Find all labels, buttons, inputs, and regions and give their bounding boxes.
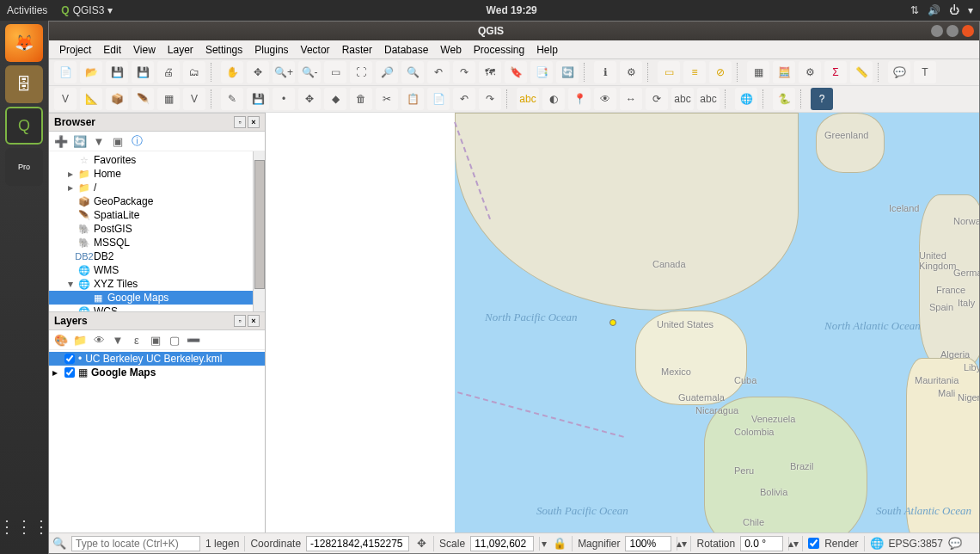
zoom-next-button[interactable]: ↷ xyxy=(453,61,475,83)
browser-item-db2[interactable]: DB2DB2 xyxy=(49,249,265,263)
new-spatialite-button[interactable]: 🪶 xyxy=(132,88,154,110)
locator-input[interactable] xyxy=(71,536,200,551)
expand-icon[interactable]: ▾ xyxy=(66,278,75,290)
browser-item-postgis[interactable]: 🐘PostGIS xyxy=(49,222,265,236)
attribute-table-button[interactable]: ▦ xyxy=(747,61,769,83)
launcher-qgis[interactable]: Q xyxy=(5,107,43,145)
scrollbar-thumb[interactable] xyxy=(254,160,265,289)
menu-layer[interactable]: Layer xyxy=(162,42,199,58)
rotation-stepper[interactable]: ▴▾ xyxy=(788,537,797,551)
save-project-button[interactable]: 💾 xyxy=(106,61,128,83)
window-titlebar[interactable]: QGIS xyxy=(49,22,979,40)
layers-panel-title[interactable]: Layers ▫ × xyxy=(49,311,265,330)
browser-panel-title[interactable]: Browser ▫ × xyxy=(49,113,265,132)
panel-undock-button[interactable]: ▫ xyxy=(234,116,246,128)
browser-item-mssql[interactable]: 🐘MSSQL xyxy=(49,236,265,249)
layer-visibility-checkbox[interactable] xyxy=(64,367,75,378)
render-checkbox[interactable] xyxy=(808,538,819,549)
add-layer-icon[interactable]: ➕ xyxy=(54,134,68,148)
browser-item-geopackage[interactable]: 📦GeoPackage xyxy=(49,194,265,208)
pan-map-button[interactable]: ✋ xyxy=(221,61,243,83)
delete-selected-button[interactable]: 🗑 xyxy=(350,88,372,110)
node-tool-button[interactable]: ◆ xyxy=(324,88,346,110)
layer-style-icon[interactable]: 🎨 xyxy=(54,333,68,347)
open-project-button[interactable]: 📂 xyxy=(80,61,102,83)
python-console-button[interactable]: 🐍 xyxy=(773,88,795,110)
select-features-button[interactable]: ▭ xyxy=(658,61,680,83)
coordinate-toggle-icon[interactable]: ✥ xyxy=(414,537,428,551)
add-feature-button[interactable]: • xyxy=(273,88,295,110)
redo-button[interactable]: ↷ xyxy=(479,88,501,110)
browser-item-xyz-tiles[interactable]: ▾🌐XYZ Tiles xyxy=(49,277,265,291)
label-props-button[interactable]: abc xyxy=(697,88,720,110)
metasearch-button[interactable]: 🌐 xyxy=(735,88,757,110)
launcher-files[interactable]: 🗄 xyxy=(5,65,43,103)
scale-input[interactable] xyxy=(470,536,534,551)
menu-database[interactable]: Database xyxy=(379,42,433,58)
coordinate-input[interactable] xyxy=(306,536,409,551)
browser-scrollbar[interactable] xyxy=(253,151,265,311)
help-button[interactable]: ? xyxy=(811,88,833,110)
crs-label[interactable]: EPSG:3857 xyxy=(889,538,943,550)
zoom-selection-button[interactable]: 🔎 xyxy=(376,61,398,83)
expand-icon[interactable]: ▸ xyxy=(66,168,75,180)
zoom-full-button[interactable]: ⛶ xyxy=(350,61,372,83)
app-menu[interactable]: Q QGIS3 ▾ xyxy=(61,4,113,16)
map-canvas[interactable]: Greenland Iceland Norway United Kingdom … xyxy=(266,113,979,532)
paste-features-button[interactable]: 📄 xyxy=(427,88,450,110)
statistics-button[interactable]: Σ xyxy=(824,61,847,83)
new-print-layout-button[interactable]: 🖨 xyxy=(157,61,180,83)
pan-to-selection-button[interactable]: ✥ xyxy=(247,61,269,83)
window-minimize-button[interactable] xyxy=(931,25,943,37)
refresh-button[interactable]: 🔄 xyxy=(556,61,579,83)
identify-button[interactable]: ℹ xyxy=(594,61,616,83)
new-bookmark-button[interactable]: 🔖 xyxy=(505,61,527,83)
copy-features-button[interactable]: 📋 xyxy=(401,88,424,110)
layers-tree[interactable]: •UC Berkeley UC Berkeley.kml▸▦Google Map… xyxy=(49,350,265,523)
add-vector-button[interactable]: V xyxy=(54,88,77,110)
manage-visibility-icon[interactable]: 👁 xyxy=(92,333,106,347)
expand-all-icon[interactable]: ▣ xyxy=(149,333,162,347)
remove-layer-icon[interactable]: ➖ xyxy=(187,333,200,347)
browser-tree[interactable]: ☆Favorites▸📁Home▸📁/📦GeoPackage🪶SpatiaLit… xyxy=(49,151,265,311)
cut-features-button[interactable]: ✂ xyxy=(376,88,398,110)
browser-item-wcs[interactable]: 🌐WCS xyxy=(49,305,265,311)
session-chevron-icon[interactable]: ▾ xyxy=(968,4,973,16)
activities-button[interactable]: Activities xyxy=(7,4,47,16)
label-change-button[interactable]: abc xyxy=(671,88,694,110)
label-pin-button[interactable]: 📍 xyxy=(568,88,591,110)
label-move-button[interactable]: ↔ xyxy=(620,88,642,110)
magnifier-input[interactable] xyxy=(625,536,671,551)
scale-dropdown[interactable]: ▾ xyxy=(539,537,548,551)
crs-icon[interactable]: 🌐 xyxy=(870,537,884,551)
zoom-layer-button[interactable]: 🔍 xyxy=(401,61,424,83)
expression-filter-icon[interactable]: ε xyxy=(130,333,144,347)
toggle-edit-button[interactable]: ✎ xyxy=(221,88,243,110)
menu-web[interactable]: Web xyxy=(435,42,466,58)
zoom-out-button[interactable]: 🔍- xyxy=(298,61,321,83)
layer-item-uc-berkeley-uc-berkeley-kml[interactable]: •UC Berkeley UC Berkeley.kml xyxy=(49,352,265,366)
feature-marker[interactable] xyxy=(609,319,616,326)
label-rotate-button[interactable]: ⟳ xyxy=(646,88,668,110)
add-group-icon[interactable]: 📁 xyxy=(73,333,87,347)
expand-icon[interactable]: ▸ xyxy=(66,182,75,194)
zoom-native-button[interactable]: ▭ xyxy=(324,61,346,83)
field-calc-button[interactable]: 🧮 xyxy=(773,61,795,83)
browser-item-google-maps[interactable]: ▦Google Maps xyxy=(49,291,265,305)
maptips-button[interactable]: 💬 xyxy=(888,61,910,83)
menu-processing[interactable]: Processing xyxy=(469,42,530,58)
messages-icon[interactable]: 💬 xyxy=(948,537,962,551)
zoom-in-button[interactable]: 🔍+ xyxy=(273,61,295,83)
panel-undock-button[interactable]: ▫ xyxy=(234,315,246,327)
launcher-google-earth[interactable]: Pro xyxy=(5,148,43,186)
text-annotation-button[interactable]: T xyxy=(914,61,936,83)
browser-item-home[interactable]: ▸📁Home xyxy=(49,167,265,181)
deselect-button[interactable]: ⊘ xyxy=(709,61,732,83)
power-icon[interactable]: ⏻ xyxy=(949,4,959,16)
label-hide-button[interactable]: 👁 xyxy=(594,88,616,110)
new-geopackage-button[interactable]: 📦 xyxy=(106,88,128,110)
launcher-apps-grid[interactable]: ⋮⋮⋮ xyxy=(5,508,43,545)
save-edits-button[interactable]: 💾 xyxy=(247,88,269,110)
menu-plugins[interactable]: Plugins xyxy=(249,42,293,58)
menu-project[interactable]: Project xyxy=(54,42,96,58)
